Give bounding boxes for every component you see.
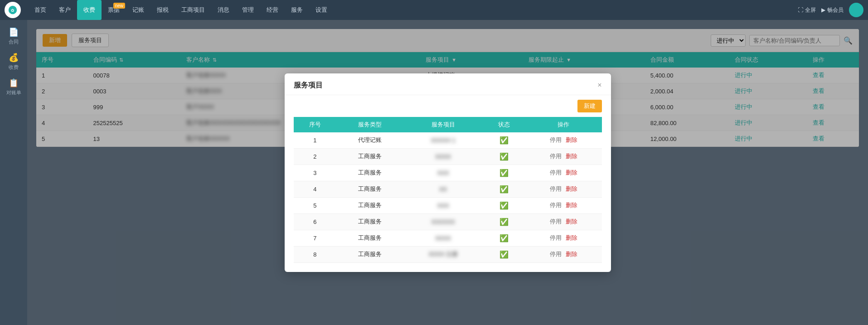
app-logo[interactable]: ✿ [5,2,21,18]
stop-button[interactable]: 停用 [550,185,562,192]
new-badge: new [113,3,125,9]
delete-button[interactable]: 删除 [566,251,577,257]
sidebar-item-contract[interactable]: 📄 合同 [2,24,25,48]
nav-home[interactable]: 首页 [28,0,53,20]
modal-col-type: 服务类型 [336,117,403,132]
modal-col-action: 操作 [525,117,601,132]
nav-tax[interactable]: 报税 [150,0,175,20]
top-navigation: ✿ 首页 客户 收费 票据 new 记账 报税 工商项目 消息 管理 经营 服务… [0,0,868,20]
nav-right-actions: ⛶ 全屏 ▶ 畅会员 [798,3,863,17]
service-items-modal: 服务项目 × 新建 序号 服务类型 服务项目 状态 [285,73,611,272]
stop-button[interactable]: 停用 [550,251,562,257]
delete-button[interactable]: 删除 [566,136,577,143]
modal-new-button[interactable]: 新建 [577,100,602,112]
nav-industrial[interactable]: 工商项目 [175,0,211,20]
list-item: 2 工商服务 XXXX ✅ 停用 删除 [294,148,602,165]
stop-button[interactable]: 停用 [550,202,562,209]
fee-icon: 💰 [9,53,19,63]
delete-button[interactable]: 删除 [566,202,577,209]
nav-bookkeeping[interactable]: 记账 [126,0,150,20]
member-button[interactable]: ▶ 畅会员 [821,6,844,14]
statement-icon: 📋 [9,78,19,88]
modal-close-button[interactable]: × [597,81,601,89]
svg-text:✿: ✿ [11,8,15,13]
modal-col-seq: 序号 [294,117,337,132]
delete-button[interactable]: 删除 [566,234,577,241]
list-item: 1 代理记账 XXXXX 1 ✅ 停用 删除 [294,132,602,149]
content-area: 新增 服务项目 进行中 全部 已结束 🔍 序号 合同编码 [27,20,868,325]
stop-button[interactable]: 停用 [550,218,562,225]
service-items-table: 序号 服务类型 服务项目 状态 操作 1 代理记账 XXXXX [294,117,602,263]
nav-message[interactable]: 消息 [211,0,236,20]
modal-table-header: 序号 服务类型 服务项目 状态 操作 [294,117,602,132]
nav-settings[interactable]: 设置 [309,0,334,20]
modal-col-item: 服务项目 [404,117,483,132]
stop-button[interactable]: 停用 [550,234,562,241]
stop-button[interactable]: 停用 [550,169,562,176]
modal-table-wrapper: 序号 服务类型 服务项目 状态 操作 1 代理记账 XXXXX [294,117,602,263]
list-item: 4 工商服务 XX ✅ 停用 删除 [294,181,602,197]
nav-service[interactable]: 服务 [285,0,309,20]
nav-fee[interactable]: 收费 [77,0,102,20]
list-item: 7 工商服务 XXXX ✅ 停用 删除 [294,230,602,246]
modal-title: 服务项目 [294,81,323,90]
list-item: 5 工商服务 XXX ✅ 停用 删除 [294,197,602,213]
delete-button[interactable]: 删除 [566,218,577,225]
nav-management[interactable]: 管理 [236,0,260,20]
fullscreen-button[interactable]: ⛶ 全屏 [798,6,816,14]
delete-button[interactable]: 删除 [566,169,577,176]
modal-col-status: 状态 [482,117,525,132]
modal-body: 序号 服务类型 服务项目 状态 操作 1 代理记账 XXXXX [285,117,611,272]
main-layout: 📄 合同 💰 收费 📋 对账单 新增 服务项目 进行中 全部 已结束 [0,20,868,325]
modal-header: 服务项目 × [285,73,611,95]
contract-icon: 📄 [9,27,19,37]
delete-button[interactable]: 删除 [566,153,577,160]
list-item: 3 工商服务 XXX ✅ 停用 删除 [294,165,602,181]
stop-button[interactable]: 停用 [550,153,562,160]
sidebar-item-fee[interactable]: 💰 收费 [2,50,25,73]
user-avatar[interactable] [849,3,863,17]
nav-operation[interactable]: 经营 [260,0,285,20]
list-item: 6 工商服务 XXXXXX ✅ 停用 删除 [294,213,602,230]
list-item: 8 工商服务 XXXX 注册 ✅ 停用 删除 [294,246,602,262]
sidebar-item-statement[interactable]: 📋 对账单 [2,75,25,99]
sidebar: 📄 合同 💰 收费 📋 对账单 [0,20,27,325]
nav-ticket[interactable]: 票据 new [102,0,126,20]
delete-button[interactable]: 删除 [566,185,577,192]
modal-toolbar: 新建 [285,95,611,117]
nav-customer[interactable]: 客户 [53,0,77,20]
stop-button[interactable]: 停用 [550,136,562,143]
